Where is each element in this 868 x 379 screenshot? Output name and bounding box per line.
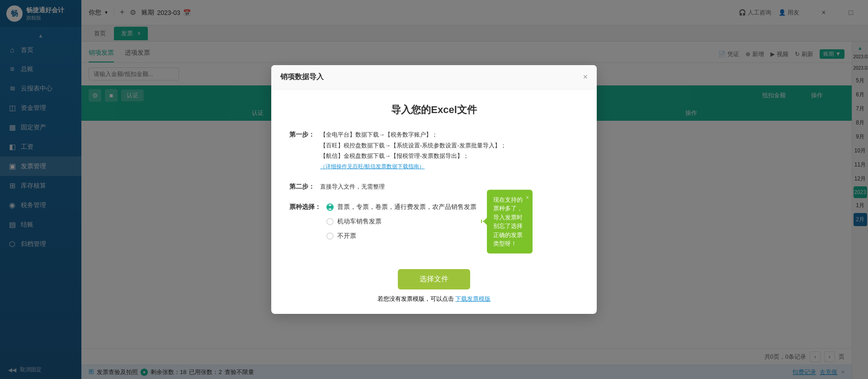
ticket-choice-label: 票种选择：: [289, 203, 321, 211]
step1-link-container: （详细操作见百旺/航信发票数据下载指南）: [320, 163, 506, 171]
ticket-choice-row: 票种选择： 普票，专票，卷票，通行费发票，农产品销售发票 机动车: [289, 203, 579, 240]
step1-line2: 【百旺】税控盘数据下载→【系统设置-系统参数设置-发票批量导入】；: [320, 140, 506, 151]
step1-section: 第一步： 【全电平台】数据下载→【税务数字账户】； 【百旺】税控盘数据下载→【系…: [289, 129, 579, 171]
step2-label: 第二步：: [289, 183, 315, 191]
step1-link[interactable]: （详细操作见百旺/航信发票数据下载指南）: [320, 163, 425, 170]
radio-circle-1: [326, 204, 334, 211]
step1-line1: 【全电平台】数据下载→【税务数字账户】；: [320, 129, 506, 140]
tooltip-bubble: × 现在支持的票种多了，导入发票时别忘了选择正确的发票类型呀！: [487, 190, 533, 253]
modal-main-title: 导入您的Excel文件: [289, 103, 579, 117]
ticket-choice-section: 票种选择： 普票，专票，卷票，通行费发票，农产品销售发票 机动车: [289, 203, 579, 240]
step1-content: 【全电平台】数据下载→【税务数字账户】； 【百旺】税控盘数据下载→【系统设置-系…: [320, 129, 506, 171]
radio-dot-1: [327, 205, 330, 209]
step1-line3: 【航信】金税盘数据下载→【报税管理-发票数据导出】；: [320, 151, 506, 161]
modal-close-btn[interactable]: ×: [583, 72, 588, 82]
modal-title: 销项数据导入: [280, 72, 324, 82]
radio-option-2[interactable]: 机动车销售发票 × 现在支持的票种多了，导入发票时别忘了选择正确的发票类型呀！: [326, 218, 476, 226]
tooltip-connector: × 现在支持的票种多了，导入发票时别忘了选择正确的发票类型呀！: [480, 190, 533, 253]
modal-body: 导入您的Excel文件 第一步： 【全电平台】数据下载→【税务数字账户】； 【百…: [271, 90, 597, 265]
modal-footer: 选择文件 若您没有发票模版，可以点击 下载发票模版: [271, 265, 597, 314]
radio-group: 普票，专票，卷票，通行费发票，农产品销售发票 机动车销售发票: [326, 203, 476, 240]
step2-section: 第二步： 直接导入文件，无需整理: [289, 181, 579, 192]
step1-label: 第一步：: [289, 131, 315, 139]
radio-label-2: 机动车销售发票: [337, 218, 382, 226]
download-template-link[interactable]: 下载发票模版: [455, 295, 491, 302]
import-modal: 销项数据导入 × 导入您的Excel文件 第一步： 【全电平台】数据下载→【税务…: [271, 65, 597, 314]
radio-circle-3: [326, 232, 334, 240]
step2-text: 直接导入文件，无需整理: [320, 181, 385, 192]
modal-header: 销项数据导入 ×: [271, 65, 597, 90]
step1-row: 第一步： 【全电平台】数据下载→【税务数字账户】； 【百旺】税控盘数据下载→【系…: [289, 129, 579, 171]
tooltip-close-btn[interactable]: ×: [526, 193, 529, 201]
select-file-btn[interactable]: 选择文件: [398, 269, 470, 289]
radio-circle-2: [326, 218, 334, 225]
radio-label-3: 不开票: [337, 232, 356, 240]
step2-row: 第二步： 直接导入文件，无需整理: [289, 181, 579, 192]
modal-overlay: 销项数据导入 × 导入您的Excel文件 第一步： 【全电平台】数据下载→【税务…: [0, 0, 868, 379]
download-hint-text: 若您没有发票模版，可以点击: [377, 295, 454, 302]
tooltip-text: 现在支持的票种多了，导入发票时别忘了选择正确的发票类型呀！: [493, 196, 523, 247]
radio-option-3[interactable]: 不开票: [326, 232, 476, 240]
radio-label-1: 普票，专票，卷票，通行费发票，农产品销售发票: [337, 203, 476, 211]
download-hint-container: 若您没有发票模版，可以点击 下载发票模版: [377, 295, 491, 303]
radio-option-1[interactable]: 普票，专票，卷票，通行费发票，农产品销售发票: [326, 203, 476, 211]
